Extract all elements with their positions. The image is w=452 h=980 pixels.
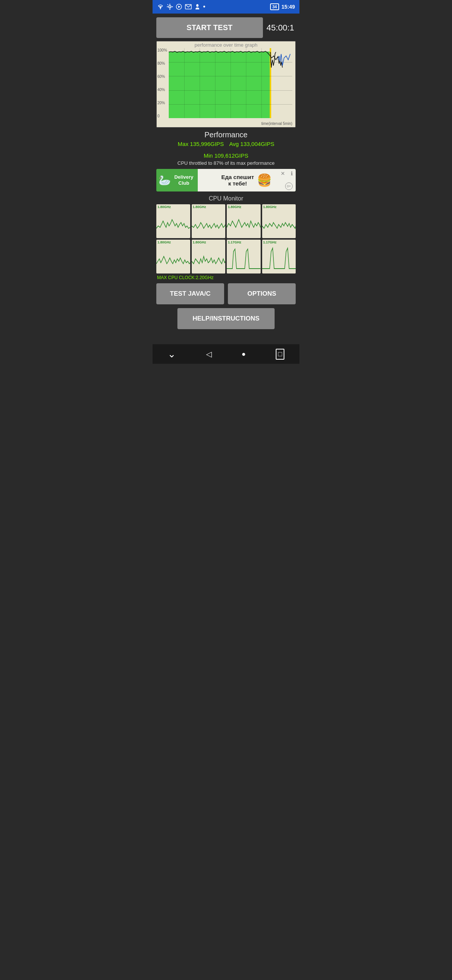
- svg-rect-3: [169, 9, 170, 10]
- status-icons: •: [157, 3, 205, 11]
- top-row: START TEST 45:00:1: [157, 17, 295, 38]
- cpu-freq-4: 1.80GHz: [157, 240, 171, 244]
- nav-back[interactable]: ◁: [206, 350, 212, 358]
- ad-info-icon[interactable]: ℹ: [291, 170, 293, 177]
- nav-chevron-down[interactable]: ⌄: [168, 349, 176, 359]
- status-right: 34 15:49: [270, 3, 295, 10]
- svg-rect-2: [169, 4, 170, 5]
- ad-close-icon[interactable]: ✕: [281, 170, 285, 177]
- dot-icon: •: [203, 3, 205, 11]
- help-instructions-button[interactable]: HELP/INSTRUCTIONS: [177, 308, 275, 329]
- options-button[interactable]: OPTIONS: [228, 283, 295, 304]
- clock: 15:49: [281, 4, 295, 10]
- nav-home[interactable]: ●: [242, 350, 246, 358]
- timer-display: 45:00:1: [267, 23, 295, 33]
- cpu-graph-2: [227, 209, 261, 238]
- start-test-button[interactable]: START TEST: [157, 17, 263, 38]
- cpu-cell-7: 1.17GHz: [262, 240, 296, 274]
- performance-throttle: CPU throttled to 87% of its max performa…: [157, 160, 295, 166]
- ad-bird-icon: 🦢: [158, 175, 171, 186]
- cpu-cell-1: 1.80GHz: [192, 204, 226, 238]
- cpu-cell-0: 1.80GHz: [157, 204, 190, 238]
- cpu-monitor-grid-row2: 1.80GHz 1.80GHz 1.17GHz 1.17GHz: [157, 240, 295, 274]
- status-bar: • 34 15:49: [153, 0, 299, 14]
- perf-min: Min 109,612GIPS: [204, 152, 248, 159]
- ad-age-badge: 0+: [285, 183, 293, 190]
- cpu-monitor-grid: 1.80GHz 1.80GHz 1.80GHz 1.80GHz: [157, 204, 295, 238]
- graph-x-label: time(interval 5min): [261, 121, 292, 126]
- cpu-graph-4: [157, 244, 190, 274]
- cpu-monitor-title: CPU Monitor: [157, 195, 295, 202]
- svg-rect-4: [167, 6, 168, 7]
- test-java-c-button[interactable]: TEST JAVA/C: [157, 283, 224, 304]
- cpu-graph-6: [227, 244, 261, 274]
- max-cpu-clock: MAX CPU CLOCK:2.20GHz: [157, 275, 295, 280]
- graph-y-labels: 100% 80% 60% 40% 20% 0: [157, 48, 167, 118]
- ad-message-text: Еда спешитк тебе!: [222, 174, 254, 186]
- gear-icon: [167, 4, 173, 10]
- person-icon: [195, 4, 200, 10]
- svg-marker-8: [178, 6, 180, 8]
- performance-section: Performance Max 135,996GIPS Avg 133,004G…: [157, 130, 295, 166]
- cpu-graph-1: [192, 209, 226, 238]
- perf-max: Max 135,996GIPS: [178, 141, 224, 147]
- cpu-freq-1: 1.80GHz: [193, 205, 206, 209]
- main-content: START TEST 45:00:1 performance over time…: [153, 14, 299, 337]
- cpu-graph-0: [157, 209, 190, 238]
- bottom-btn-row: TEST JAVA/C OPTIONS: [157, 283, 295, 304]
- perf-avg: Avg 133,004GIPS: [229, 141, 274, 147]
- nav-bar: ⌄ ◁ ● □: [153, 344, 299, 364]
- cpu-graph-7: [262, 244, 296, 274]
- cpu-cell-2: 1.80GHz: [227, 204, 261, 238]
- svg-rect-5: [172, 6, 173, 7]
- battery-indicator: 34: [270, 3, 279, 10]
- ad-brand-text: Delivery Club: [172, 174, 195, 186]
- graph-area: [169, 48, 292, 118]
- ad-brand-section: 🦢 Delivery Club: [157, 169, 198, 191]
- cpu-freq-3: 1.80GHz: [263, 205, 277, 209]
- cpu-freq-7: 1.17GHz: [263, 240, 277, 244]
- mail-icon: [185, 4, 192, 10]
- nav-recent[interactable]: □: [276, 349, 284, 360]
- cpu-freq-6: 1.17GHz: [228, 240, 241, 244]
- svg-point-1: [169, 6, 171, 8]
- ad-banner[interactable]: 🦢 Delivery Club Еда спешитк тебе! 🍔 ℹ ✕ …: [157, 169, 295, 191]
- cpu-cell-6: 1.17GHz: [227, 240, 261, 274]
- cpu-cell-4: 1.80GHz: [157, 240, 190, 274]
- svg-rect-6: [167, 4, 168, 5]
- cpu-freq-0: 1.80GHz: [157, 205, 171, 209]
- cpu-graph-3: [262, 209, 296, 238]
- graph-title: performance over time graph: [157, 42, 295, 48]
- graph-line-svg: [169, 48, 292, 118]
- ad-food-emoji: 🍔: [257, 173, 272, 187]
- help-btn-row: HELP/INSTRUCTIONS: [157, 308, 295, 329]
- performance-graph: performance over time graph 100% 80% 60%…: [157, 41, 295, 127]
- svg-point-0: [160, 8, 161, 10]
- cpu-graph-5: [192, 244, 226, 274]
- cpu-cell-3: 1.80GHz: [262, 204, 296, 238]
- cpu-cell-5: 1.80GHz: [192, 240, 226, 274]
- cpu-freq-5: 1.80GHz: [193, 240, 206, 244]
- cpu-freq-2: 1.80GHz: [228, 205, 241, 209]
- performance-title: Performance: [157, 130, 295, 139]
- play-icon: [176, 4, 182, 10]
- wifi-icon: [157, 4, 164, 10]
- performance-stats: Max 135,996GIPS Avg 133,004GIPS Min 109,…: [157, 141, 295, 159]
